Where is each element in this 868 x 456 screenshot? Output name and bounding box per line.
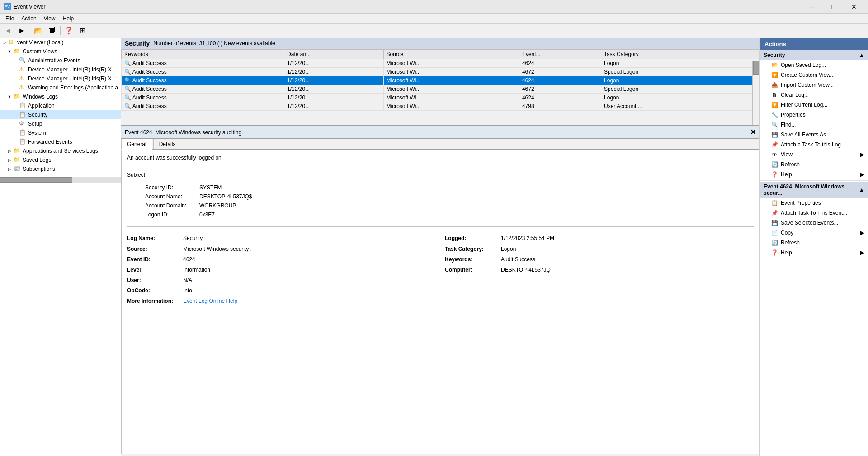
audit-icon: 🔍 xyxy=(124,94,132,101)
action-copy[interactable]: 📄 Copy ▶ xyxy=(760,228,868,238)
help-event-label: Help xyxy=(781,249,792,256)
actions-section-event[interactable]: Event 4624, Microsoft Windows secur... ▲ xyxy=(760,182,868,198)
event-detail-body: An account was successfully logged on. S… xyxy=(121,150,760,454)
table-row[interactable]: 🔍 Audit Success1/12/20...Microsoft Wi...… xyxy=(122,76,760,85)
action-save-all-events[interactable]: 💾 Save All Events As... xyxy=(760,130,868,140)
toolbar-mmc[interactable]: ⊞ xyxy=(76,25,89,37)
refresh-event-icon: 🔄 xyxy=(771,239,778,246)
security-label: Security xyxy=(28,112,47,118)
table-row[interactable]: 🔍 Audit Success1/12/20...Microsoft Wi...… xyxy=(122,94,760,102)
action-properties[interactable]: 🔧 Properties xyxy=(760,110,868,120)
find-label: Find... xyxy=(781,122,796,128)
tab-details[interactable]: Details xyxy=(153,139,182,149)
maximize-button[interactable]: □ xyxy=(823,0,844,14)
events-table-scroll[interactable]: Keywords Date an... Source Event... Task… xyxy=(121,49,760,111)
events-table-container: Keywords Date an... Source Event... Task… xyxy=(121,49,760,126)
sidebar-item-application[interactable]: 📋 Application xyxy=(0,101,121,110)
toolbar-forward[interactable]: ► xyxy=(15,25,28,37)
scroll-thumb xyxy=(753,61,759,75)
logon-id-label: Logon ID: xyxy=(127,211,199,219)
event-log-online-help-link[interactable]: Event Log Online Help xyxy=(183,297,237,306)
audit-icon: 🔍 xyxy=(124,60,132,66)
minimize-button[interactable]: ─ xyxy=(802,0,823,14)
sidebar-item-custom-views[interactable]: ▼ 📁 Custom Views xyxy=(0,47,121,56)
toolbar-help[interactable]: ❓ xyxy=(62,25,75,37)
event-section-collapse: ▲ xyxy=(859,187,864,193)
col-date[interactable]: Date an... xyxy=(284,50,383,59)
action-clear-log[interactable]: 🗑 Clear Log... xyxy=(760,90,868,100)
sidebar-root-label: vent Viewer (Local) xyxy=(17,39,64,46)
subject-section: Security ID: SYSTEM Account Name: DESKTO… xyxy=(127,183,754,220)
sidebar-item-forwarded-events[interactable]: 📋 Forwarded Events xyxy=(0,137,121,146)
col-keywords[interactable]: Keywords xyxy=(122,50,284,59)
setup-label: Setup xyxy=(28,121,42,127)
sidebar-item-device-mgr-2[interactable]: ⚠ Device Manager - Intel(R) Iris(R) Xe G… xyxy=(0,74,121,83)
table-scrollbar[interactable] xyxy=(752,61,760,126)
table-row[interactable]: 🔍 Audit Success1/12/20...Microsoft Wi...… xyxy=(122,68,760,76)
action-create-custom-view[interactable]: 🔽 Create Custom View... xyxy=(760,70,868,80)
warning-error-icon: ⚠ xyxy=(19,84,26,91)
sidebar-item-warning-error[interactable]: ⚠ Warning and Error logs (Application a xyxy=(0,83,121,92)
sidebar-item-windows-logs[interactable]: ▼ 📁 Windows Logs xyxy=(0,92,121,101)
tab-general[interactable]: General xyxy=(121,139,152,150)
filter-icon: 🔽 xyxy=(771,101,778,108)
event-detail-close-button[interactable]: ✕ xyxy=(750,128,756,136)
action-view[interactable]: 👁 View ▶ xyxy=(760,150,868,160)
action-filter-current-log[interactable]: 🔽 Filter Current Log... xyxy=(760,100,868,110)
sidebar-item-system[interactable]: 📋 System xyxy=(0,128,121,137)
sidebar-item-admin-events[interactable]: 🔍 Administrative Events xyxy=(0,56,121,65)
toolbar-open[interactable]: 📂 xyxy=(32,25,45,37)
device-mgr-1-label: Device Manager - Intel(R) Iris(R) Xe Gr xyxy=(28,66,119,73)
log-name-label: Log Name: xyxy=(127,234,181,243)
table-row[interactable]: 🔍 Audit Success1/12/20...Microsoft Wi...… xyxy=(122,102,760,111)
col-source[interactable]: Source xyxy=(383,50,519,59)
action-help-security[interactable]: ❓ Help ▶ xyxy=(760,169,868,179)
action-help-event[interactable]: ❓ Help ▶ xyxy=(760,248,868,258)
sidebar-item-device-mgr-1[interactable]: ⚠ Device Manager - Intel(R) Iris(R) Xe G… xyxy=(0,65,121,74)
event-detail: Event 4624, Microsoft Windows security a… xyxy=(121,126,760,456)
action-attach-task-event[interactable]: 📌 Attach Task To This Event... xyxy=(760,208,868,218)
action-open-saved-log[interactable]: 📂 Open Saved Log... xyxy=(760,60,868,70)
device-mgr-2-label: Device Manager - Intel(R) Iris(R) Xe Gr xyxy=(28,75,119,82)
table-row[interactable]: 🔍 Audit Success1/12/20...Microsoft Wi...… xyxy=(122,59,760,68)
subject-label: Subject: xyxy=(127,171,754,179)
action-refresh-event[interactable]: 🔄 Refresh xyxy=(760,238,868,248)
toolbar-back[interactable]: ◄ xyxy=(2,25,14,37)
menu-action[interactable]: Action xyxy=(18,14,40,23)
windows-logs-label: Windows Logs xyxy=(23,94,58,100)
sidebar-item-app-services[interactable]: ▷ 📁 Applications and Services Logs xyxy=(0,146,121,155)
subscriptions-arrow: ▷ xyxy=(7,167,12,171)
sidebar-item-saved-logs[interactable]: ▷ 📁 Saved Logs xyxy=(0,155,121,165)
log-count: Number of events: 31,100 (!) New events … xyxy=(153,40,275,47)
open-saved-log-label: Open Saved Log... xyxy=(781,62,826,68)
toolbar-newview[interactable]: 🗐 xyxy=(46,25,58,37)
sidebar-scrollbar[interactable] xyxy=(0,174,121,183)
save-all-label: Save All Events As... xyxy=(781,132,830,138)
action-attach-task-log[interactable]: 📌 Attach a Task To this Log... xyxy=(760,140,868,150)
system-label: System xyxy=(28,130,46,136)
action-find[interactable]: 🔍 Find... xyxy=(760,120,868,130)
table-row[interactable]: 🔍 Audit Success1/12/20...Microsoft Wi...… xyxy=(122,85,760,94)
menu-file[interactable]: File xyxy=(2,14,18,23)
menu-help[interactable]: Help xyxy=(59,14,78,23)
sidebar-item-setup[interactable]: ⚙ Setup xyxy=(0,119,121,128)
sidebar-item-security[interactable]: 📋 Security xyxy=(0,110,121,119)
title-bar-title: Event Viewer xyxy=(14,4,45,10)
action-save-selected-events[interactable]: 💾 Save Selected Events... xyxy=(760,218,868,228)
sidebar-root[interactable]: ▷ 🖥 vent Viewer (Local) xyxy=(0,38,121,47)
task-cat-row: Task Category: Logon xyxy=(445,245,754,254)
attach-task-event-icon: 📌 xyxy=(771,209,778,216)
sidebar-item-subscriptions[interactable]: ▷ 📰 Subscriptions xyxy=(0,165,121,174)
col-event[interactable]: Event... xyxy=(519,50,601,59)
close-button[interactable]: ✕ xyxy=(844,0,864,14)
action-event-properties[interactable]: 📋 Event Properties xyxy=(760,198,868,208)
action-import-custom-view[interactable]: 📥 Import Custom View... xyxy=(760,80,868,90)
col-category[interactable]: Task Category xyxy=(601,50,760,59)
saved-logs-icon: 📁 xyxy=(14,156,21,164)
attach-task-event-label: Attach Task To This Event... xyxy=(781,210,847,216)
attach-task-log-icon: 📌 xyxy=(771,141,778,148)
menu-view[interactable]: View xyxy=(40,14,59,23)
actions-section-security[interactable]: Security ▲ xyxy=(760,50,868,60)
sidebar: ▷ 🖥 vent Viewer (Local) ▼ 📁 Custom Views… xyxy=(0,38,121,456)
action-refresh-security[interactable]: 🔄 Refresh xyxy=(760,160,868,169)
